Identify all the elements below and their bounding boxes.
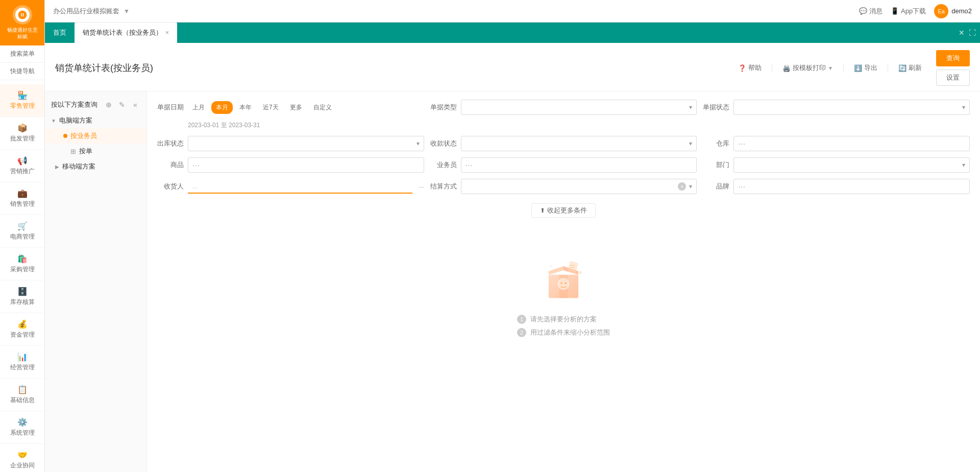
department-arrow: ▾	[962, 161, 965, 169]
warehouse-label: 仓库	[703, 139, 729, 148]
goods-dots: ···	[192, 161, 200, 169]
tree-item-by-order[interactable]: ⊞ 按单	[45, 144, 146, 159]
payment-status-label: 收款状态	[430, 139, 457, 148]
stock-status-select[interactable]: ▾	[188, 136, 424, 151]
app-download-btn[interactable]: 📱 App下载	[891, 7, 926, 16]
collapse-bar: ⬆ 收起更多条件	[157, 198, 970, 223]
retail-icon: 🏪	[3, 90, 42, 100]
settlement-clear-btn[interactable]: ×	[678, 182, 686, 191]
set-button[interactable]: 设置	[936, 69, 970, 86]
doc-type-select[interactable]: ▾	[461, 100, 697, 115]
sidebar-quick-nav[interactable]: 快捷导航	[0, 63, 44, 80]
query-button[interactable]: 查询	[936, 50, 970, 66]
refresh-btn[interactable]: 🔄 刷新	[894, 61, 926, 75]
date-btn-this-month[interactable]: 本月	[211, 101, 233, 114]
tree-item-by-salesperson[interactable]: 按业务员	[45, 128, 146, 144]
edit-scheme-btn[interactable]: ✎	[117, 100, 127, 110]
collapse-more-btn[interactable]: ⬆ 收起更多条件	[531, 203, 596, 218]
doc-type-label: 单据类型	[430, 103, 457, 112]
quick-nav-btn[interactable]: 快捷导航	[0, 67, 44, 76]
tree-desktop-section[interactable]: ▼ 电脑端方案	[45, 113, 146, 128]
divider-help	[772, 64, 772, 72]
goods-select[interactable]: ···	[188, 157, 424, 173]
tab-bar-actions: ✕ ⛶	[959, 29, 980, 37]
add-icon: ⊕	[106, 101, 112, 109]
brand-dots: ···	[738, 182, 746, 191]
department-select[interactable]: ▾	[733, 157, 970, 173]
svg-point-10	[579, 271, 582, 274]
order-icon: ⊞	[70, 148, 76, 155]
sidebar-item-operations[interactable]: 📊 经营管理	[0, 346, 44, 379]
main-area: 办公用品行业模拟账套 ▼ 💬 消息 📱 App下载 Ea demo2 首页	[45, 0, 980, 472]
svg-point-4	[557, 278, 569, 290]
system-label: 系统管理	[3, 429, 42, 437]
collapse-panel-btn[interactable]: «	[130, 100, 140, 110]
operations-icon: 📊	[3, 352, 42, 362]
sidebar-item-system[interactable]: ⚙️ 系统管理	[0, 411, 44, 444]
message-icon: 💬	[859, 7, 867, 15]
date-btn-more[interactable]: 更多	[285, 101, 307, 114]
brand-select[interactable]: ···	[733, 179, 970, 194]
sidebar-item-ecommerce[interactable]: 🛒 电商管理	[0, 215, 44, 248]
doc-status-arrow: ▾	[962, 104, 965, 111]
tip-num-1: 1	[517, 315, 526, 324]
search-menu-btn[interactable]: 搜索菜单	[0, 50, 44, 58]
sidebar-search-section[interactable]: 搜索菜单	[0, 45, 44, 63]
avatar-initials: Ea	[938, 8, 945, 14]
sidebar-item-marketing[interactable]: 📢 营销推广	[0, 150, 44, 182]
sidebar-item-purchase[interactable]: 🛍️ 采购管理	[0, 248, 44, 280]
sidebar-item-enterprise[interactable]: 🤝 企业协同	[0, 444, 44, 472]
brand-label: 品牌	[703, 182, 729, 191]
marketing-label: 营销推广	[3, 167, 42, 176]
export-btn[interactable]: ⬇️ 导出	[850, 61, 881, 75]
purchase-label: 采购管理	[3, 265, 42, 274]
search-menu-label: 搜索菜单	[10, 50, 35, 58]
doc-type-arrow: ▾	[689, 104, 692, 111]
print-dropdown-icon[interactable]: ▼	[828, 65, 833, 71]
date-btn-custom[interactable]: 自定义	[309, 101, 336, 114]
message-btn[interactable]: 💬 消息	[859, 7, 883, 16]
payment-status-arrow: ▾	[689, 140, 692, 147]
divider-export	[888, 64, 888, 72]
basic-label: 基础信息	[3, 396, 42, 405]
left-panel-title: 按以下方案查询	[51, 100, 97, 109]
sidebar-item-inventory[interactable]: 🗄️ 库存核算	[0, 280, 44, 313]
sidebar-item-wholesale[interactable]: 📦 批发管理	[0, 117, 44, 150]
purchase-icon: 🛍️	[3, 254, 42, 264]
payment-status-select[interactable]: ▾	[461, 136, 697, 151]
tab-home[interactable]: 首页	[45, 22, 75, 43]
sidebar-item-sales[interactable]: 💼 销售管理	[0, 182, 44, 215]
date-btn-last-month[interactable]: 上月	[188, 101, 209, 114]
phone-icon: 📱	[891, 7, 899, 15]
warehouse-select[interactable]: ···	[733, 136, 970, 151]
tab-close-all-btn[interactable]: ✕	[959, 29, 965, 37]
tip-2-text: 用过滤条件来缩小分析范围	[530, 328, 610, 337]
salesperson-select[interactable]: ···	[461, 157, 697, 173]
sidebar-item-retail[interactable]: 🏪 零售管理	[0, 84, 44, 117]
divider-print	[843, 64, 844, 72]
workspace-dropdown-icon[interactable]: ▼	[124, 8, 130, 15]
add-scheme-btn[interactable]: ⊕	[104, 100, 114, 110]
settlement-filter-row: 结算方式 × ▾	[430, 179, 697, 194]
sidebar-item-basic[interactable]: 📋 基础信息	[0, 379, 44, 411]
warehouse-dots: ···	[738, 139, 746, 148]
help-btn[interactable]: ❓ 帮助	[734, 61, 766, 75]
settlement-select[interactable]: × ▾	[461, 179, 697, 194]
tab-sales-stat[interactable]: 销货单统计表（按业务员） ×	[75, 22, 177, 43]
by-salesperson-label: 按业务员	[70, 131, 97, 140]
payment-status-filter-row: 收款状态 ▾	[430, 136, 697, 151]
tab-maximize-btn[interactable]: ⛶	[969, 29, 976, 37]
logo-area[interactable]: 畅捷通好生意 标赋	[0, 0, 44, 45]
svg-point-11	[550, 265, 551, 267]
receiver-input[interactable]	[188, 180, 412, 194]
warehouse-filter-row: 仓库 ···	[703, 136, 970, 151]
date-btn-this-year[interactable]: 本年	[235, 101, 256, 114]
tab-close-icon[interactable]: ×	[165, 29, 169, 36]
tree-mobile-section[interactable]: ▶ 移动端方案	[45, 159, 146, 174]
doc-status-select[interactable]: ▾	[733, 100, 970, 115]
sidebar-item-finance[interactable]: 💰 资金管理	[0, 313, 44, 346]
user-profile-btn[interactable]: Ea demo2	[934, 4, 972, 18]
template-print-btn[interactable]: 🖨️ 按模板打印 ▼	[778, 61, 837, 75]
date-btn-last-7-days[interactable]: 近7天	[258, 101, 283, 114]
sales-label: 销售管理	[3, 200, 42, 208]
